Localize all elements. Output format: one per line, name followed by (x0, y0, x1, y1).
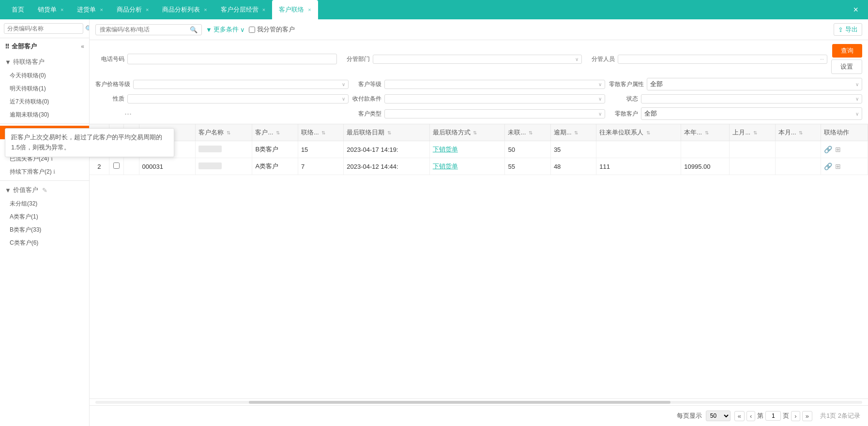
filter-retail-customer-select[interactable]: 全部 ∨ (641, 107, 862, 120)
export-label: 导出 (845, 25, 858, 34)
my-customers-checkbox[interactable] (249, 27, 255, 33)
sidebar-group-pending[interactable]: ▼ 待联络客户 (0, 55, 89, 69)
action-link-icon[interactable]: 🔗 (824, 162, 832, 170)
table-header-row: ⚙ 客户编码 ⇅ 客户名称 ⇅ 客户... ⇅ 联络... ⇅ 最后联络日期 ⇅… (90, 124, 868, 141)
nav-customer-tier[interactable]: 客户分层经营 × (214, 0, 272, 19)
window-close-btn[interactable]: × (848, 5, 863, 15)
export-btn[interactable]: ⇪ 导出 (834, 23, 862, 36)
edit-icon[interactable]: ✎ (42, 187, 47, 194)
nav-sales-label: 销货单 (38, 5, 57, 14)
row-checkbox[interactable] (113, 162, 120, 169)
filter-more-dots: ··· (95, 109, 349, 119)
col-contact-header[interactable]: 联络... ⇅ (298, 124, 343, 141)
cell-checkbox[interactable] (109, 158, 123, 175)
col-this-month-header[interactable]: 本月... ⇅ (775, 124, 821, 141)
filter-retail-prop: 零散客户属性 全部 ∨ (609, 78, 862, 90)
last-page-btn[interactable]: » (802, 411, 812, 421)
last-method-link[interactable]: 下销货单 (433, 162, 458, 170)
cell-overdue: 35 (550, 141, 596, 158)
filter-retail-customer-value: 全部 (644, 109, 657, 118)
col-name-header[interactable]: 客户名称 ⇅ (196, 124, 252, 141)
prev-page-btn[interactable]: ‹ (746, 411, 755, 421)
action-link-icon[interactable]: 🔗 (824, 146, 832, 153)
my-customers-filter[interactable]: 我分管的客户 (249, 25, 295, 34)
filter-dept-select[interactable]: ∨ (373, 55, 582, 64)
sidebar-search-icon[interactable]: 🔍 (85, 25, 90, 32)
nav-home[interactable]: 首页 (5, 0, 31, 19)
filter-payment-select[interactable]: ∨ (384, 94, 606, 103)
sidebar-item-tomorrow[interactable]: 明天待联络(1) (0, 82, 89, 95)
search-icon[interactable]: 🔍 (190, 26, 198, 33)
filter-nature-select[interactable]: ∨ (127, 94, 349, 103)
col-last-date-header[interactable]: 最后联络日期 ⇅ (344, 124, 429, 141)
filter-status-select[interactable]: ∨ (641, 94, 862, 103)
filter-dept-label: 分管部门 (341, 55, 370, 63)
filter-phone: 电话号码 (95, 54, 337, 64)
nav-sales-close[interactable]: × (61, 7, 63, 13)
sidebar-item-classB[interactable]: B类客户(33) (0, 223, 89, 236)
more-conditions-btn[interactable]: ▼ 更多条件 ∨ (206, 25, 245, 34)
collapse-sidebar-icon[interactable]: « (81, 43, 84, 50)
nav-product-analysis-close[interactable]: × (146, 7, 149, 13)
nav-purchase[interactable]: 进货单 × (70, 0, 109, 19)
nav-purchase-close[interactable]: × (100, 7, 103, 13)
sidebar-item-classA[interactable]: A类客户(1) (0, 210, 89, 223)
filter-phone-input[interactable] (127, 54, 337, 64)
col-overdue-header[interactable]: 逾期... ⇅ (550, 124, 596, 141)
cell-last-method[interactable]: 下销货单 (429, 158, 505, 175)
filter-customer-grade-select[interactable]: ∨ (384, 80, 606, 89)
filter-customer-grade: 客户等级 ∨ (352, 80, 606, 89)
col-uncontacted-header[interactable]: 未联... ⇅ (505, 124, 550, 141)
per-page-select[interactable]: 50 100 200 (706, 411, 731, 421)
filter-person-select[interactable]: ··· (618, 55, 827, 64)
cell-last-month (730, 141, 775, 158)
more-dots-icon[interactable]: ··· (95, 109, 132, 119)
col-unit-contact-header[interactable]: 往来单位联系人 ⇅ (596, 124, 681, 141)
sidebar-item-7days[interactable]: 近7天待联络(0) (0, 95, 89, 108)
value-customer-label: 价值客户 (13, 186, 38, 194)
filter-customer-type-select[interactable]: ∨ (384, 109, 606, 118)
nav-customer-tier-close[interactable]: × (262, 7, 265, 13)
setting-btn[interactable]: 设置 (831, 59, 862, 74)
first-page-btn[interactable]: « (734, 411, 745, 421)
sidebar-item-ungrouped[interactable]: 未分组(32) (0, 197, 89, 210)
query-btn[interactable]: 查询 (832, 44, 862, 58)
nav-customer-contact-close[interactable]: × (308, 7, 311, 13)
action-grid-icon[interactable]: ⊞ (835, 162, 841, 170)
nav-product-list[interactable]: 商品分析列表 × (155, 0, 213, 19)
last-method-link[interactable]: 下销货单 (433, 146, 458, 153)
col-type-header[interactable]: 客户... ⇅ (252, 124, 298, 141)
search-input[interactable] (100, 26, 190, 33)
cell-action: 🔗 ⊞ (821, 158, 868, 175)
sidebar-item-classC[interactable]: C类客户(6) (0, 236, 89, 250)
filter-customer-type-label: 客户类型 (352, 110, 381, 118)
filter-person: 分管人员 ··· (586, 55, 827, 64)
nav-customer-contact[interactable]: 客户联络 × (272, 0, 318, 19)
nav-sales[interactable]: 销货单 × (31, 0, 70, 19)
more-conditions-label: 更多条件 (213, 25, 239, 34)
sidebar-item-overdue[interactable]: 逾期未联络(30) (0, 108, 89, 121)
nav-product-analysis[interactable]: 商品分析 × (110, 0, 155, 19)
cell-unit-contact (596, 141, 681, 158)
page-number-input[interactable] (765, 411, 781, 421)
nav-product-analysis-label: 商品分析 (117, 5, 142, 14)
col-last-method-header[interactable]: 最后联络方式 ⇅ (429, 124, 505, 141)
next-page-btn[interactable]: › (791, 411, 800, 421)
content-area: 🔍 ▼ 更多条件 ∨ 我分管的客户 ⇪ 导出 电话号码 (90, 19, 868, 426)
horizontal-scrollbar-thumb[interactable] (249, 401, 670, 404)
col-this-year-header[interactable]: 本年... ⇅ (681, 124, 730, 141)
sidebar-search-input[interactable] (4, 23, 83, 34)
col-last-month-header[interactable]: 上月... ⇅ (730, 124, 775, 141)
action-grid-icon[interactable]: ⊞ (835, 146, 841, 153)
sidebar-item-declining[interactable]: 持续下滑客户(2) ℹ (0, 165, 89, 178)
sidebar-all-customers[interactable]: ⠿ 全部客户 « (0, 38, 89, 55)
cell-this-month (775, 158, 821, 175)
nav-product-list-close[interactable]: × (204, 7, 207, 13)
filter-payment-caret: ∨ (598, 96, 602, 102)
sidebar-item-today[interactable]: 今天待联络(0) (0, 69, 89, 82)
sidebar-group-value[interactable]: ▼ 价值客户 ✎ (0, 183, 89, 197)
filter-price-grade-select[interactable]: ∨ (133, 80, 349, 89)
filter-retail-prop-select[interactable]: 全部 ∨ (647, 78, 862, 90)
cell-name (196, 158, 252, 175)
cell-last-method[interactable]: 下销货单 (429, 141, 505, 158)
